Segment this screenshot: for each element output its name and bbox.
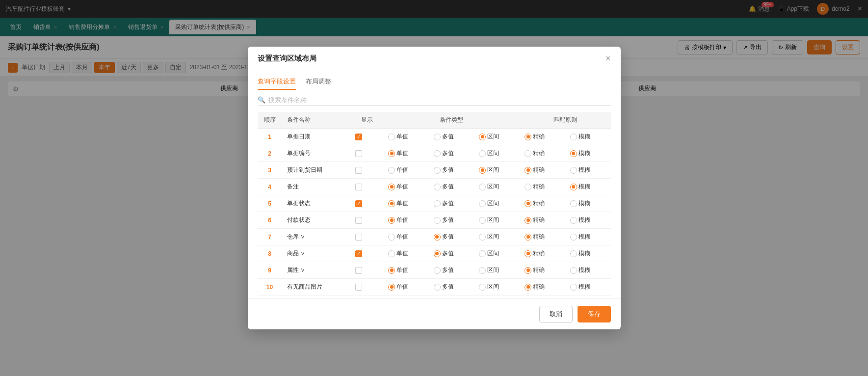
row-type-单值-3[interactable]: 单值 xyxy=(383,179,429,195)
row-type-区间-0[interactable]: 区间 xyxy=(474,129,520,145)
radio-match-精确-6[interactable] xyxy=(525,234,531,241)
row-type-区间-3[interactable]: 区间 xyxy=(474,179,520,195)
row-type-多值-0[interactable]: 多值 xyxy=(429,129,474,145)
radio-区间-0[interactable] xyxy=(479,134,486,140)
radio-match-模糊-3[interactable] xyxy=(570,184,577,190)
row-type-单值-5[interactable]: 单值 xyxy=(383,212,429,229)
radio-match-精确-4[interactable] xyxy=(525,200,531,207)
radio-单值-6[interactable] xyxy=(388,234,395,241)
row-type-多值-6[interactable]: 多值 xyxy=(429,229,474,245)
row-type-多值-1[interactable]: 多值 xyxy=(429,145,474,162)
radio-match-模糊-1[interactable] xyxy=(570,150,577,157)
row-match-精确-5[interactable]: 精确 xyxy=(520,212,565,229)
row-type-区间-7[interactable]: 区间 xyxy=(474,245,520,262)
radio-多值-5[interactable] xyxy=(434,217,441,224)
radio-区间-7[interactable] xyxy=(479,250,486,257)
row-type-多值-2[interactable]: 多值 xyxy=(429,162,474,179)
row-type-区间-5[interactable]: 区间 xyxy=(474,212,520,229)
row-type-区间-6[interactable]: 区间 xyxy=(474,229,520,245)
radio-match-精确-8[interactable] xyxy=(525,267,531,273)
display-checkbox-6[interactable] xyxy=(355,234,362,241)
row-type-单值-1[interactable]: 单值 xyxy=(383,145,429,162)
radio-单值-4[interactable] xyxy=(388,200,395,207)
row-match-精确-1[interactable]: 精确 xyxy=(520,145,565,162)
radio-match-精确-3[interactable] xyxy=(525,184,531,190)
radio-区间-6[interactable] xyxy=(479,234,486,241)
display-checkbox-4[interactable] xyxy=(355,200,362,207)
radio-单值-8[interactable] xyxy=(388,267,395,273)
row-match-精确-4[interactable]: 精确 xyxy=(520,195,565,212)
row-type-多值-4[interactable]: 多值 xyxy=(429,195,474,212)
radio-单值-2[interactable] xyxy=(388,167,395,174)
row-match-精确-0[interactable]: 精确 xyxy=(520,129,565,145)
radio-区间-3[interactable] xyxy=(479,184,486,190)
row-type-多值-7[interactable]: 多值 xyxy=(429,245,474,262)
row-match-模糊-6[interactable]: 模糊 xyxy=(565,229,611,245)
row-match-模糊-5[interactable]: 模糊 xyxy=(565,212,611,229)
radio-match-精确-5[interactable] xyxy=(525,217,531,224)
radio-单值-5[interactable] xyxy=(388,217,395,224)
radio-match-精确-0[interactable] xyxy=(525,134,531,140)
modal-tab-query[interactable]: 查询字段设置 xyxy=(258,74,296,90)
row-type-单值-8[interactable]: 单值 xyxy=(383,262,429,273)
row-type-多值-3[interactable]: 多值 xyxy=(429,179,474,195)
radio-区间-1[interactable] xyxy=(479,150,486,157)
row-type-区间-4[interactable]: 区间 xyxy=(474,195,520,212)
radio-单值-3[interactable] xyxy=(388,184,395,190)
radio-match-精确-2[interactable] xyxy=(525,167,531,174)
radio-match-模糊-4[interactable] xyxy=(570,200,577,207)
display-checkbox-8[interactable] xyxy=(355,267,362,273)
row-match-精确-6[interactable]: 精确 xyxy=(520,229,565,245)
radio-match-模糊-7[interactable] xyxy=(570,250,577,257)
display-checkbox-5[interactable] xyxy=(355,217,362,224)
radio-区间-4[interactable] xyxy=(479,200,486,207)
row-display-2[interactable] xyxy=(350,162,383,179)
row-match-精确-7[interactable]: 精确 xyxy=(520,245,565,262)
row-match-精确-3[interactable]: 精确 xyxy=(520,179,565,195)
row-match-模糊-3[interactable]: 模糊 xyxy=(565,179,611,195)
row-display-4[interactable] xyxy=(350,195,383,212)
row-match-模糊-4[interactable]: 模糊 xyxy=(565,195,611,212)
radio-多值-4[interactable] xyxy=(434,200,441,207)
row-type-单值-4[interactable]: 单值 xyxy=(383,195,429,212)
row-type-单值-7[interactable]: 单值 xyxy=(383,245,429,262)
radio-match-模糊-6[interactable] xyxy=(570,234,577,241)
row-match-精确-8[interactable]: 精确 xyxy=(520,262,565,273)
row-type-区间-1[interactable]: 区间 xyxy=(474,145,520,162)
radio-match-模糊-0[interactable] xyxy=(570,134,577,140)
row-match-精确-2[interactable]: 精确 xyxy=(520,162,565,179)
row-type-单值-0[interactable]: 单值 xyxy=(383,129,429,145)
row-match-模糊-7[interactable]: 模糊 xyxy=(565,245,611,262)
row-type-多值-8[interactable]: 多值 xyxy=(429,262,474,273)
row-display-5[interactable] xyxy=(350,212,383,229)
row-display-8[interactable] xyxy=(350,262,383,273)
row-display-6[interactable] xyxy=(350,229,383,245)
row-display-7[interactable] xyxy=(350,245,383,262)
radio-多值-7[interactable] xyxy=(434,250,441,257)
radio-多值-8[interactable] xyxy=(434,267,441,273)
radio-多值-1[interactable] xyxy=(434,150,441,157)
radio-match-模糊-5[interactable] xyxy=(570,217,577,224)
row-type-多值-5[interactable]: 多值 xyxy=(429,212,474,229)
radio-match-精确-7[interactable] xyxy=(525,250,531,257)
radio-match-精确-1[interactable] xyxy=(525,150,531,157)
display-checkbox-0[interactable] xyxy=(355,134,362,140)
radio-单值-0[interactable] xyxy=(388,134,395,140)
radio-单值-7[interactable] xyxy=(388,250,395,257)
row-type-区间-8[interactable]: 区间 xyxy=(474,262,520,273)
modal-tab-layout[interactable]: 布局调整 xyxy=(306,74,331,90)
radio-多值-6[interactable] xyxy=(434,234,441,241)
row-display-1[interactable] xyxy=(350,145,383,162)
row-match-模糊-0[interactable]: 模糊 xyxy=(565,129,611,145)
row-type-单值-6[interactable]: 单值 xyxy=(383,229,429,245)
radio-多值-0[interactable] xyxy=(434,134,441,140)
radio-区间-5[interactable] xyxy=(479,217,486,224)
row-display-3[interactable] xyxy=(350,179,383,195)
row-match-模糊-8[interactable]: 模糊 xyxy=(565,262,611,273)
radio-match-模糊-2[interactable] xyxy=(570,167,577,174)
row-display-0[interactable] xyxy=(350,129,383,145)
radio-区间-2[interactable] xyxy=(479,167,486,174)
radio-match-模糊-8[interactable] xyxy=(570,267,577,273)
row-type-区间-2[interactable]: 区间 xyxy=(474,162,520,179)
display-checkbox-3[interactable] xyxy=(355,184,362,190)
